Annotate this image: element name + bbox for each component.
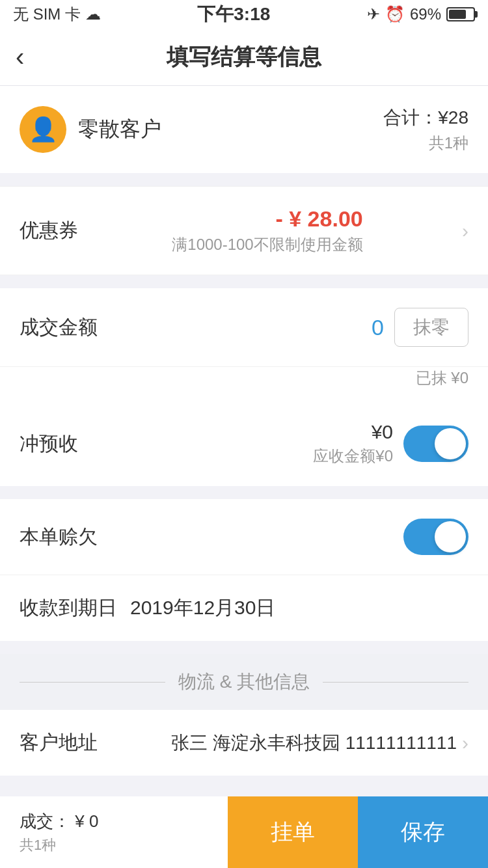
logistics-header: 物流 & 其他信息	[0, 654, 488, 710]
prepay-value: ¥0	[313, 421, 393, 443]
address-section[interactable]: 客户地址 张三 海淀永丰科技园 11111111111 ›	[0, 710, 488, 776]
status-left: 无 SIM 卡 ☁	[13, 4, 101, 25]
nav-bar: ‹ 填写结算等信息	[0, 29, 488, 86]
page-title: 填写结算等信息	[167, 42, 321, 72]
coupon-section[interactable]: 优惠券 - ¥ 28.00 满1000-100不限制使用金额 ›	[0, 186, 488, 275]
total-count: 共1种	[383, 133, 468, 154]
debt-section: 本单赊欠 收款到期日 2019年12月30日	[0, 499, 488, 641]
debt-row: 本单赊欠	[0, 499, 488, 575]
coupon-right: - ¥ 28.00 满1000-100不限制使用金额	[172, 206, 362, 255]
avatar: 👤	[20, 106, 66, 153]
deal-amount-value: 0	[372, 315, 384, 340]
avatar-icon: 👤	[29, 116, 58, 143]
prepay-toggle[interactable]	[403, 426, 468, 462]
sim-status: 无 SIM 卡 ☁	[13, 4, 101, 25]
address-row[interactable]: 客户地址 张三 海淀永丰科技园 11111111111 ›	[0, 710, 488, 776]
customer-left: 👤 零散客户	[20, 106, 161, 153]
bottom-info: 成交： ¥ 0 共1种	[0, 810, 228, 855]
deal-amount-label: 成交金额	[20, 314, 98, 341]
debt-toggle[interactable]	[403, 519, 468, 555]
coupon-row[interactable]: 优惠券 - ¥ 28.00 满1000-100不限制使用金额 ›	[0, 186, 488, 275]
deal-amount-right: 0 抹零	[372, 308, 468, 347]
due-date-row[interactable]: 收款到期日 2019年12月30日	[0, 575, 488, 641]
deal-amount-section: 成交金额 0 抹零 已抹 ¥0 冲预收 ¥0 应收金额¥0	[0, 288, 488, 486]
total-amount: 合计：¥28	[383, 105, 468, 130]
coupon-label: 优惠券	[20, 217, 78, 244]
customer-name: 零散客户	[78, 115, 161, 144]
location-icon: ✈	[367, 5, 380, 23]
status-time: 下午3:18	[197, 2, 270, 27]
bottom-bar: 成交： ¥ 0 共1种 挂单 保存	[0, 796, 488, 868]
prepay-row: 冲预收 ¥0 应收金额¥0	[0, 401, 488, 486]
bottom-deal-row: 成交： ¥ 0	[20, 810, 208, 833]
bottom-deal-label: 成交：	[20, 811, 70, 831]
bottom-deal-value: ¥ 0	[75, 811, 98, 831]
alarm-icon: ⏰	[385, 5, 405, 23]
back-button[interactable]: ‹	[16, 42, 24, 72]
battery-icon	[446, 7, 475, 21]
debt-right	[403, 519, 468, 555]
bottom-count: 共1种	[20, 835, 208, 855]
due-date-value: 2019年12月30日	[130, 595, 275, 621]
prepay-right: ¥0 应收金额¥0	[313, 421, 468, 467]
deal-amount-row: 成交金额 0 抹零	[0, 288, 488, 367]
address-value: 张三 海淀永丰科技园 11111111111	[111, 731, 457, 755]
logistics-title: 物流 & 其他信息	[178, 670, 310, 694]
due-date-label: 收款到期日	[20, 595, 117, 621]
address-chevron-icon: ›	[462, 732, 468, 754]
save-button[interactable]: 保存	[358, 796, 488, 868]
divider-line-left	[20, 682, 165, 683]
status-right: ✈ ⏰ 69%	[367, 5, 475, 23]
customer-section: 👤 零散客户 合计：¥28 共1种	[0, 86, 488, 173]
chevron-right-icon: ›	[462, 220, 468, 242]
prepay-sub: 应收金额¥0	[313, 446, 393, 467]
coupon-desc: 满1000-100不限制使用金额	[172, 234, 362, 255]
round-zero-button[interactable]: 抹零	[394, 308, 468, 347]
hold-order-button[interactable]: 挂单	[228, 796, 358, 868]
customer-right: 合计：¥28 共1种	[383, 105, 468, 154]
address-label: 客户地址	[20, 729, 98, 756]
prepay-label: 冲预收	[20, 431, 78, 457]
coupon-discount: - ¥ 28.00	[172, 206, 362, 232]
debt-label: 本单赊欠	[20, 524, 98, 550]
battery-level: 69%	[410, 5, 441, 23]
already-rounded: 已抹 ¥0	[416, 369, 468, 387]
status-bar: 无 SIM 卡 ☁ 下午3:18 ✈ ⏰ 69%	[0, 0, 488, 29]
divider-line-right	[323, 682, 468, 683]
content-area: 👤 零散客户 合计：¥28 共1种 优惠券 - ¥ 28.00 满1000-10…	[0, 86, 488, 867]
